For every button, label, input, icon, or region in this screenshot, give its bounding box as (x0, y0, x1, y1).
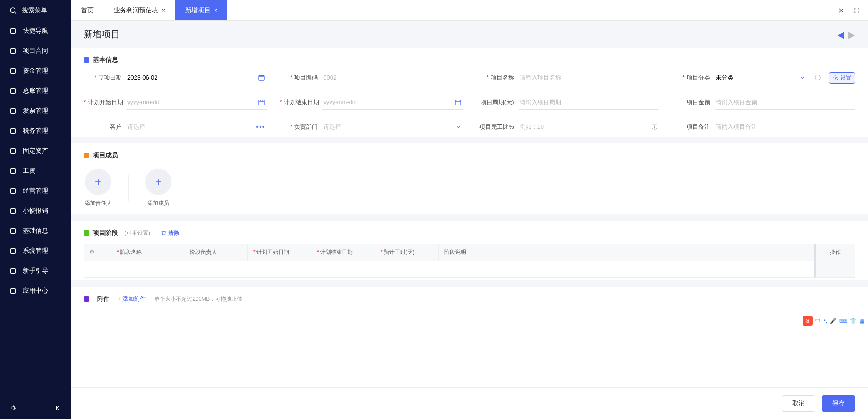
nav-base-icon (9, 227, 17, 235)
add-attachment-button[interactable]: + 添加附件 (117, 295, 146, 303)
sidebar-item-label: 基础信息 (23, 227, 48, 235)
section-stages-title: 项目阶段 (93, 229, 118, 237)
chevron-icon[interactable] (455, 124, 462, 130)
field-remark: 项目备注 (672, 120, 855, 134)
collapse-icon[interactable] (55, 404, 62, 412)
sidebar-item-nav-reimb[interactable]: 小畅报销 (0, 201, 71, 221)
sidebar-item-nav-asset[interactable]: 固定资产 (0, 141, 71, 161)
help-icon[interactable]: ⓘ (652, 123, 657, 131)
svg-rect-13 (11, 269, 16, 274)
svg-rect-3 (11, 69, 16, 74)
col-stage-desc: 阶段说明 (439, 244, 814, 261)
name-input[interactable] (519, 70, 659, 85)
ime-grid-icon: ▦ (859, 318, 864, 324)
fullscreen-icon[interactable] (852, 5, 862, 15)
field-label: 项目编码 (280, 74, 318, 82)
sidebar-item-nav-sys[interactable]: 系统管理 (0, 241, 71, 261)
svg-rect-6 (11, 129, 16, 134)
section-marker-icon (84, 296, 89, 302)
sidebar-item-nav-biz[interactable]: 经营管理 (0, 181, 71, 201)
svg-point-16 (835, 77, 837, 79)
gear-icon: ⚙ (90, 249, 95, 255)
remark-input[interactable] (715, 120, 855, 134)
section-stages-note: (可不设置) (125, 229, 150, 237)
svg-rect-8 (11, 169, 16, 174)
cancel-button[interactable]: 取消 (782, 395, 815, 412)
field-name: 项目名称 (476, 70, 659, 85)
ime-lang-label: 中 (815, 317, 821, 325)
close-icon[interactable]: × (162, 7, 165, 14)
done_pct-input[interactable] (519, 120, 659, 134)
tab-首页[interactable]: 首页 (71, 0, 104, 20)
settings-icon[interactable] (9, 404, 16, 412)
col-ops: 操作 (814, 244, 855, 278)
nav-guide-icon (9, 267, 17, 275)
sidebar-search-label: 搜索菜单 (22, 6, 47, 15)
dept-input[interactable] (322, 120, 463, 134)
chevron-down-icon[interactable] (799, 75, 806, 81)
field-label: 立项日期 (84, 74, 122, 82)
cat-input[interactable] (715, 70, 808, 85)
field-code: 项目编码 (280, 70, 463, 85)
pager-next-icon[interactable]: ▶ (848, 29, 855, 40)
close-icon[interactable]: × (214, 7, 217, 14)
tab-业务利润预估表[interactable]: 业务利润预估表× (104, 0, 175, 20)
add-member-button[interactable]: + 添加成员 (145, 169, 171, 207)
sidebar-item-label: 快捷导航 (23, 27, 48, 35)
amount-input[interactable] (715, 95, 855, 110)
sidebar-item-label: 发票管理 (23, 107, 48, 115)
pager: ◀ ▶ (837, 29, 855, 40)
add-owner-button[interactable]: + 添加责任人 (85, 169, 112, 207)
code-input[interactable] (322, 70, 463, 85)
col-plan-end: 计划结束日期 (311, 244, 375, 261)
tabs-bar: 首页业务利润预估表×新增项目× (71, 0, 868, 21)
section-attachment: 附件 + 添加附件 单个大小不超过200MB，可拖拽上传 (71, 287, 868, 314)
ime-toolbar: S 中 •, 🎤 ⌨ 👕 ▦ (803, 316, 864, 326)
nav-reimb-icon (9, 207, 17, 215)
page-title: 新增项目 (84, 28, 120, 40)
sidebar-item-nav-quick[interactable]: 快捷导航 (0, 21, 71, 41)
field-label: 项目名称 (476, 74, 514, 82)
svg-rect-9 (11, 189, 16, 194)
sidebar-item-label: 固定资产 (23, 147, 48, 155)
plan_start-input[interactable] (126, 95, 267, 110)
clear-stages-button[interactable]: 清除 (161, 229, 179, 237)
plan_end-input[interactable] (322, 95, 463, 110)
close-all-icon[interactable] (836, 5, 846, 15)
sidebar-item-nav-contract[interactable]: 项目合同 (0, 41, 71, 61)
calendar-icon[interactable] (258, 99, 265, 106)
section-stages: 项目阶段 (可不设置) 清除 ⚙ 阶段名称 阶段负责人 计划开始日期 (71, 221, 868, 280)
sidebar-item-nav-ledger[interactable]: 总账管理 (0, 81, 71, 101)
clear-label: 清除 (168, 229, 179, 237)
sidebar-item-label: 系统管理 (23, 247, 48, 255)
svg-rect-11 (11, 229, 16, 234)
sidebar-item-nav-fund[interactable]: 资金管理 (0, 61, 71, 81)
config-button[interactable]: 设置 (829, 72, 855, 84)
sidebar-item-nav-guide[interactable]: 新手引导 (0, 261, 71, 281)
sidebar-item-nav-salary[interactable]: 工资 (0, 161, 71, 181)
field-label: 负责部门 (280, 123, 318, 131)
sidebar-item-nav-app[interactable]: 应用中心 (0, 281, 71, 301)
tab-新增项目[interactable]: 新增项目× (175, 0, 227, 20)
nav-invoice-icon (9, 107, 17, 115)
calendar-icon[interactable] (258, 74, 265, 81)
ime-logo-icon: S (803, 316, 813, 326)
save-button[interactable]: 保存 (822, 395, 855, 412)
sidebar-search[interactable]: 搜索菜单 (0, 0, 71, 21)
calendar-icon[interactable] (454, 99, 462, 106)
period-input[interactable] (519, 95, 659, 110)
customer-input[interactable] (126, 120, 267, 134)
date-input[interactable] (126, 70, 267, 85)
col-gear[interactable]: ⚙ (84, 244, 111, 261)
nav-sys-icon (9, 247, 17, 255)
help-icon[interactable]: ⓘ (815, 74, 821, 82)
sidebar-item-nav-base[interactable]: 基础信息 (0, 221, 71, 241)
sidebar-item-nav-tax[interactable]: 税务管理 (0, 121, 71, 141)
field-label: 项目分类 (672, 74, 710, 82)
more-icon[interactable]: ••• (256, 124, 266, 130)
tab-label: 新增项目 (185, 6, 211, 15)
stage-table-body[interactable] (84, 261, 814, 277)
sidebar-item-nav-invoice[interactable]: 发票管理 (0, 101, 71, 121)
pager-prev-icon[interactable]: ◀ (837, 29, 844, 40)
col-stage-owner: 阶段负责人 (184, 244, 248, 261)
